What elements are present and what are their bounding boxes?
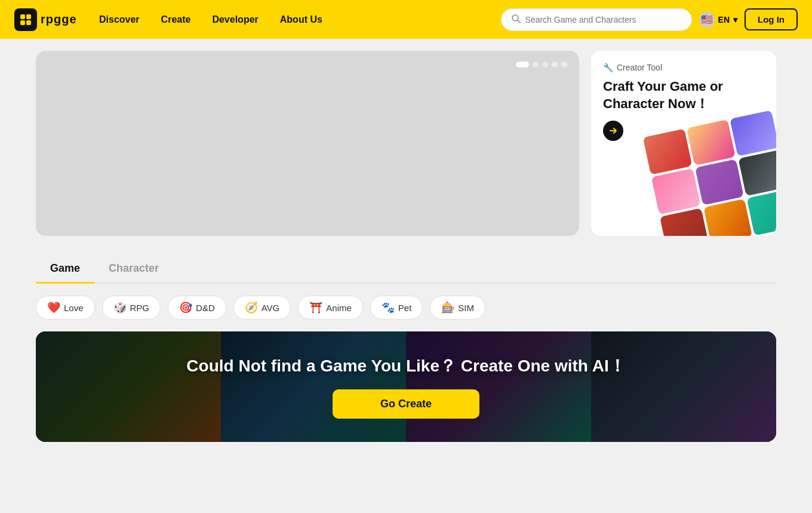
creator-img-5	[695, 159, 744, 205]
creator-card-content: 🔧 Creator Tool Craft Your Game or Charac…	[591, 51, 776, 141]
svg-rect-1	[26, 14, 31, 19]
nav-create[interactable]: Create	[161, 14, 191, 25]
nav-discover[interactable]: Discover	[99, 14, 140, 25]
genre-avg[interactable]: 🧭 AVG	[233, 296, 291, 320]
go-create-button[interactable]: Go Create	[333, 389, 479, 419]
tabs-row: Game Character	[36, 255, 776, 284]
rpg-label: RPG	[130, 303, 150, 313]
navbar: rpgge Discover Create Developer About Us…	[0, 0, 812, 39]
tabs-section: Game Character ❤️ Love 🎲 RPG 🎯 D&D 🧭 AVG…	[36, 255, 776, 320]
logo-icon	[14, 8, 37, 31]
banner-overlay	[36, 331, 776, 442]
creator-card: 🔧 Creator Tool Craft Your Game or Charac…	[591, 51, 776, 236]
creator-img-9	[747, 189, 776, 235]
search-icon	[511, 14, 521, 26]
lang-label: EN	[718, 15, 730, 24]
main-content: 🔧 Creator Tool Craft Your Game or Charac…	[0, 39, 812, 454]
hero-section: 🔧 Creator Tool Craft Your Game or Charac…	[36, 51, 776, 236]
creator-arrow-button[interactable]	[603, 121, 623, 141]
logo-text: rpgge	[41, 13, 77, 26]
anime-label: Anime	[326, 303, 352, 313]
creator-img-6	[739, 150, 776, 196]
lang-flag: 🇺🇸	[699, 12, 715, 27]
pet-icon: 🐾	[382, 301, 395, 314]
genre-rpg[interactable]: 🎲 RPG	[102, 296, 161, 320]
avg-icon: 🧭	[245, 301, 258, 314]
svg-line-5	[518, 20, 520, 23]
creator-title: Craft Your Game or Character Now！	[603, 78, 764, 112]
svg-rect-0	[20, 14, 25, 19]
logo[interactable]: rpgge	[14, 8, 80, 31]
genre-love[interactable]: ❤️ Love	[36, 296, 95, 320]
dot-5[interactable]	[561, 62, 567, 67]
creator-img-8	[703, 199, 752, 236]
dot-2[interactable]	[533, 62, 539, 67]
lang-dropdown-icon: ▾	[733, 15, 737, 24]
nav-right: 🇺🇸 EN ▾ Log In	[501, 8, 798, 31]
genre-dnd[interactable]: 🎯 D&D	[168, 296, 226, 320]
dnd-label: D&D	[196, 303, 215, 313]
pet-label: Pet	[398, 303, 412, 313]
creator-tool-icon: 🔧	[603, 63, 613, 72]
slider-dots	[516, 62, 567, 67]
cta-headline: Could Not find a Game You Like？ Create O…	[186, 355, 625, 377]
nav-developer[interactable]: Developer	[212, 14, 258, 25]
tab-game[interactable]: Game	[36, 255, 94, 284]
genre-sim[interactable]: 🎰 SIM	[430, 296, 485, 320]
tab-character[interactable]: Character	[94, 255, 173, 284]
sim-icon: 🎰	[441, 301, 454, 314]
creator-img-4	[651, 168, 700, 214]
anime-icon: ⛩️	[309, 301, 322, 314]
login-button[interactable]: Log In	[745, 8, 798, 30]
svg-rect-3	[26, 20, 31, 25]
love-icon: ❤️	[47, 301, 60, 314]
svg-rect-2	[20, 20, 25, 25]
nav-links: Discover Create Developer About Us	[99, 14, 482, 25]
hero-slider[interactable]	[36, 51, 579, 236]
genre-anime[interactable]: ⛩️ Anime	[298, 296, 363, 320]
nav-about-us[interactable]: About Us	[280, 14, 322, 25]
avg-label: AVG	[262, 303, 280, 313]
creator-tool-label: 🔧 Creator Tool	[603, 63, 764, 72]
cta-banner: Could Not find a Game You Like？ Create O…	[36, 331, 776, 442]
dot-4[interactable]	[552, 62, 558, 67]
search-input[interactable]	[525, 15, 682, 24]
sim-label: SIM	[458, 303, 474, 313]
lang-selector[interactable]: 🇺🇸 EN ▾	[699, 12, 737, 27]
dnd-icon: 🎯	[179, 301, 192, 314]
love-label: Love	[64, 303, 84, 313]
genre-tags: ❤️ Love 🎲 RPG 🎯 D&D 🧭 AVG ⛩️ Anime 🐾 P	[36, 296, 776, 320]
dot-1[interactable]	[516, 62, 529, 67]
creator-tool-text: Creator Tool	[617, 63, 662, 72]
search-bar[interactable]	[501, 8, 692, 31]
dot-3[interactable]	[542, 62, 548, 67]
rpg-icon: 🎲	[113, 301, 127, 314]
genre-pet[interactable]: 🐾 Pet	[370, 296, 423, 320]
